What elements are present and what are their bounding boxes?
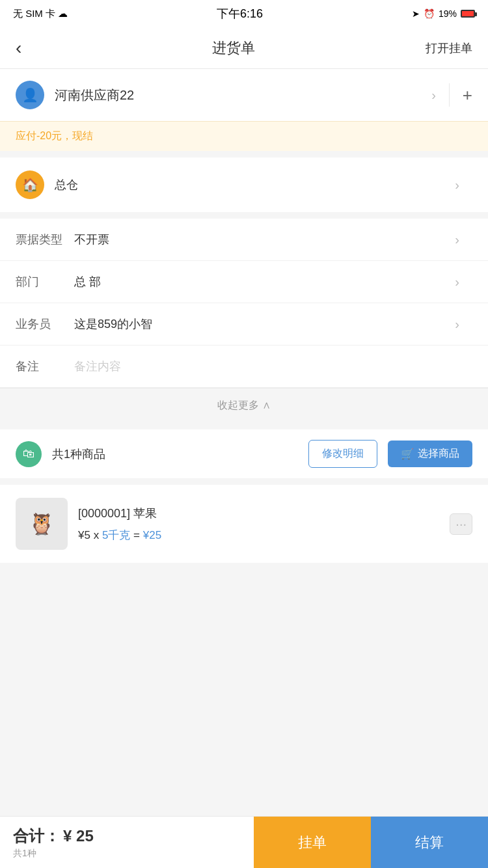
bottom-spacer	[0, 569, 488, 628]
total-sub: 共1种	[13, 848, 241, 860]
remark-label: 备注	[16, 359, 74, 374]
total-main: 合计： ¥ 25	[13, 826, 241, 847]
status-left: 无 SIM 卡 ☁	[13, 8, 68, 20]
total-amount: ¥ 25	[63, 827, 94, 845]
warning-banner: 应付-20元，现结	[0, 121, 488, 151]
department-chevron-icon: ›	[455, 275, 459, 290]
select-product-button[interactable]: 🛒 选择商品	[388, 441, 472, 467]
status-time: 下午6:16	[217, 6, 263, 21]
ticket-type-row[interactable]: 票据类型 不开票 ›	[0, 219, 488, 261]
product-total: ¥25	[143, 529, 161, 541]
salesperson-value: 这是859的小智	[74, 316, 455, 332]
products-section: 🛍 共1种商品 修改明细 🛒 选择商品	[0, 429, 488, 478]
product-info: [0000001] 苹果 ¥5 x 5千克 = ¥25	[78, 506, 439, 543]
back-button[interactable]: ‹	[16, 38, 42, 59]
bag-icon: 🛍	[23, 447, 34, 461]
avatar-icon: 👤	[22, 87, 38, 103]
supplier-chevron-icon: ›	[431, 88, 436, 103]
pending-button[interactable]: 挂单	[254, 817, 371, 868]
total-label: 合计：	[13, 827, 60, 845]
remark-row[interactable]: 备注 备注内容	[0, 346, 488, 388]
product-quantity: 5千克	[102, 529, 130, 541]
bottom-total: 合计： ¥ 25 共1种	[0, 817, 254, 868]
ticket-type-chevron-icon: ›	[455, 232, 459, 247]
settle-button[interactable]: 结算	[371, 817, 488, 868]
salesperson-label: 业务员	[16, 316, 74, 332]
department-row[interactable]: 部门 总 部 ›	[0, 261, 488, 303]
nav-bar: ‹ 进货单 打开挂单	[0, 27, 488, 69]
alarm-icon: ⏰	[424, 8, 435, 19]
product-title: 苹果	[133, 507, 157, 520]
products-icon: 🛍	[16, 441, 42, 467]
product-thumb-icon: 🦉	[29, 511, 55, 536]
supplier-row[interactable]: 👤 河南供应商22 › +	[0, 69, 488, 121]
department-value: 总 部	[74, 274, 455, 290]
product-code: [0000001]	[78, 507, 130, 520]
salesperson-row[interactable]: 业务员 这是859的小智 ›	[0, 303, 488, 346]
product-item: 🦉 [0000001] 苹果 ¥5 x 5千克 = ¥25 ···	[0, 485, 488, 563]
products-count: 共1种商品	[52, 446, 298, 462]
warehouse-row[interactable]: 🏠 总仓 ›	[0, 157, 488, 212]
department-label: 部门	[16, 274, 74, 290]
battery-icon	[461, 10, 475, 18]
ticket-type-value: 不开票	[74, 232, 455, 247]
add-icon[interactable]: +	[463, 85, 472, 105]
page-title: 进货单	[212, 38, 255, 58]
ticket-type-label: 票据类型	[16, 232, 74, 247]
warehouse-name: 总仓	[55, 177, 455, 193]
product-name: [0000001] 苹果	[78, 506, 439, 521]
select-product-label: 选择商品	[418, 447, 459, 461]
location-icon: ➤	[412, 8, 420, 19]
product-multiply: x	[94, 529, 102, 541]
product-more-button[interactable]: ···	[450, 513, 472, 535]
house-icon: 🏠	[22, 177, 38, 193]
form-section: 票据类型 不开票 › 部门 总 部 › 业务员 这是859的小智 › 备注 备注…	[0, 219, 488, 423]
battery-label: 19%	[439, 8, 457, 19]
collapse-row[interactable]: 收起更多 ∧	[0, 388, 488, 423]
status-right: ➤ ⏰ 19%	[412, 8, 475, 19]
open-pending-button[interactable]: 打开挂单	[426, 40, 472, 56]
status-bar: 无 SIM 卡 ☁ 下午6:16 ➤ ⏰ 19%	[0, 0, 488, 27]
supplier-name: 河南供应商22	[55, 87, 431, 104]
product-unit-price: ¥5	[78, 529, 90, 541]
product-equals: =	[133, 529, 143, 541]
warehouse-chevron-icon: ›	[455, 178, 459, 193]
supplier-section: 👤 河南供应商22 › + 应付-20元，现结	[0, 69, 488, 151]
remark-value[interactable]: 备注内容	[74, 359, 472, 374]
warehouse-icon: 🏠	[16, 170, 44, 199]
supplier-divider	[449, 83, 450, 107]
edit-details-button[interactable]: 修改明细	[308, 440, 377, 468]
warehouse-section: 🏠 总仓 ›	[0, 157, 488, 212]
cart-icon: 🛒	[401, 448, 414, 460]
product-price: ¥5 x 5千克 = ¥25	[78, 528, 439, 543]
salesperson-chevron-icon: ›	[455, 317, 459, 332]
products-header: 🛍 共1种商品 修改明细 🛒 选择商品	[0, 429, 488, 478]
supplier-avatar: 👤	[16, 81, 44, 109]
product-thumbnail: 🦉	[16, 498, 68, 550]
sim-status: 无 SIM 卡 ☁	[13, 8, 68, 20]
bottom-bar: 合计： ¥ 25 共1种 挂单 结算	[0, 816, 488, 868]
